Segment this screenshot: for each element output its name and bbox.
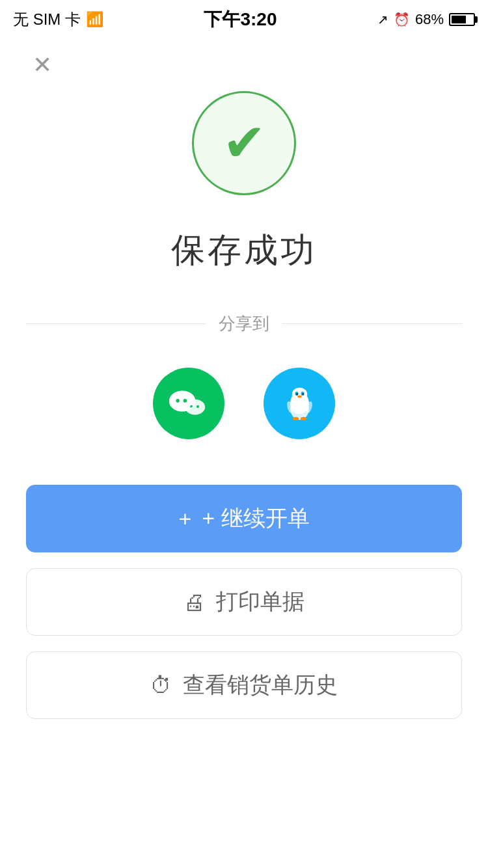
success-circle: ✔ bbox=[192, 91, 296, 195]
battery-indicator bbox=[449, 13, 475, 26]
battery-fill bbox=[452, 16, 466, 23]
battery-label: 68% bbox=[415, 11, 444, 28]
print-button[interactable]: 🖨 打印单据 bbox=[26, 568, 462, 636]
wechat-icon bbox=[166, 381, 211, 426]
svg-point-16 bbox=[300, 416, 306, 420]
battery-bar bbox=[449, 13, 475, 26]
svg-point-13 bbox=[297, 395, 302, 398]
svg-point-11 bbox=[296, 393, 298, 395]
wechat-share-button[interactable] bbox=[153, 368, 224, 439]
history-label: 查看销货单历史 bbox=[183, 670, 338, 700]
svg-point-15 bbox=[293, 416, 299, 420]
share-divider: 分享到 bbox=[26, 312, 462, 335]
qq-icon bbox=[278, 383, 321, 425]
svg-point-2 bbox=[183, 399, 187, 403]
continue-order-button[interactable]: + + 继续开单 bbox=[26, 485, 462, 552]
svg-point-5 bbox=[197, 405, 199, 408]
close-icon: ✕ bbox=[33, 53, 52, 77]
close-button[interactable]: ✕ bbox=[26, 49, 59, 81]
success-section: ✔ 保存成功 bbox=[0, 91, 488, 273]
navigation-icon: ↗ bbox=[377, 12, 388, 27]
share-icons bbox=[26, 368, 462, 439]
alarm-icon: ⏰ bbox=[394, 12, 410, 27]
print-label: 打印单据 bbox=[216, 587, 305, 617]
history-button[interactable]: ⏱ 查看销货单历史 bbox=[26, 651, 462, 719]
svg-point-1 bbox=[176, 399, 180, 403]
print-icon: 🖨 bbox=[183, 591, 206, 613]
share-label: 分享到 bbox=[219, 312, 269, 335]
continue-order-label: + 继续开单 bbox=[202, 504, 309, 534]
no-sim-label: 无 SIM 卡 bbox=[13, 9, 81, 30]
share-section: 分享到 bbox=[0, 312, 488, 439]
divider-line-left bbox=[26, 323, 206, 324]
divider-line-right bbox=[282, 323, 462, 324]
plus-icon: + bbox=[178, 508, 191, 530]
svg-point-14 bbox=[290, 398, 309, 420]
history-icon: ⏱ bbox=[150, 674, 172, 696]
qq-share-button[interactable] bbox=[264, 368, 335, 439]
success-title: 保存成功 bbox=[171, 228, 317, 273]
status-time: 下午3:20 bbox=[204, 7, 277, 32]
wifi-icon: 📶 bbox=[86, 11, 103, 28]
status-left: 无 SIM 卡 📶 bbox=[13, 9, 103, 30]
checkmark-icon: ✔ bbox=[223, 117, 266, 169]
status-bar: 无 SIM 卡 📶 下午3:20 ↗ ⏰ 68% bbox=[0, 0, 488, 39]
actions-section: + + 继续开单 🖨 打印单据 ⏱ 查看销货单历史 bbox=[0, 485, 488, 719]
svg-point-12 bbox=[302, 393, 304, 395]
status-right: ↗ ⏰ 68% bbox=[377, 11, 475, 28]
